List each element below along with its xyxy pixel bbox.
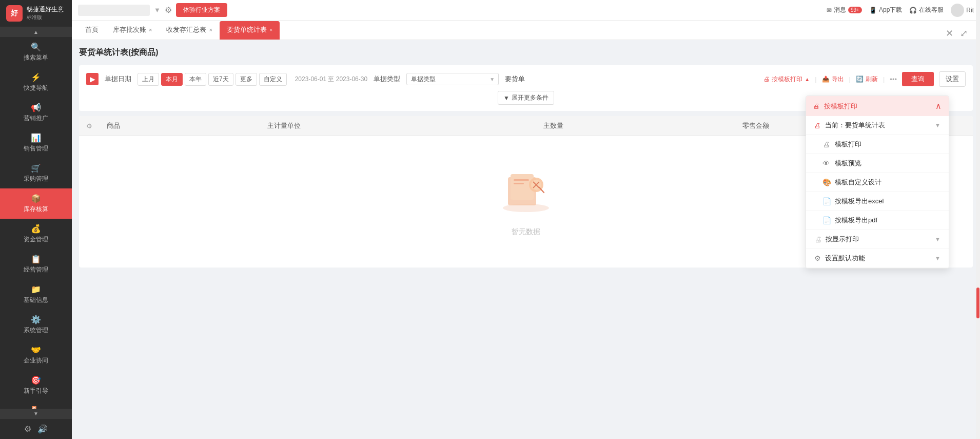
print-btn[interactable]: 🖨 按模板打印 ▲ xyxy=(763,75,810,84)
dropdown-item-template-preview[interactable]: 👁 模板预览 xyxy=(806,154,949,173)
sidebar-item-app-center[interactable]: 🏪 应用中心 xyxy=(0,400,72,409)
settings-bottom-icon[interactable]: ⚙ xyxy=(24,424,31,434)
right-scrollbar[interactable] xyxy=(976,0,980,439)
user-area[interactable]: Rit xyxy=(951,4,974,17)
sidebar-item-system-label: 系统管理 xyxy=(24,326,48,335)
dropdown-item-display-print[interactable]: 🖨 按显示打印 ▼ xyxy=(806,230,949,249)
tab-batch-account-label: 库存批次账 xyxy=(113,25,146,34)
tab-order-stats-close[interactable]: × xyxy=(269,27,272,33)
app-name: 畅捷通好生意 xyxy=(27,6,64,14)
inventory-icon: 📦 xyxy=(31,194,41,203)
page-title: 要货单统计表(按商品) xyxy=(79,47,973,58)
app-download-btn[interactable]: 📱 App下载 xyxy=(869,6,902,14)
sidebar-item-operation[interactable]: 📋 经营管理 xyxy=(0,249,72,279)
sidebar-item-cooperation[interactable]: 🤝 企业协同 xyxy=(0,340,72,370)
sidebar-item-cooperation-label: 企业协同 xyxy=(24,356,48,365)
app-version: 标准版 xyxy=(27,14,64,21)
settings-btn[interactable]: 设置 xyxy=(939,71,966,87)
tab-batch-account-close[interactable]: × xyxy=(149,27,152,33)
sidebar-logo: 好 畅捷通好生意 标准版 xyxy=(0,0,72,27)
refresh-btn[interactable]: 🔄 刷新 xyxy=(856,75,878,84)
guide-icon: 🎯 xyxy=(31,375,41,385)
template-preview-label: 模板预览 xyxy=(835,159,861,168)
sidebar-item-sales[interactable]: 📊 销售管理 xyxy=(0,128,72,158)
expand-window-btn[interactable]: ⤢ xyxy=(957,27,970,40)
close-window-btn[interactable]: ✕ xyxy=(943,27,955,40)
sidebar-item-inventory[interactable]: 📦 库存核算 xyxy=(0,188,72,219)
topbar: ▼ ⚙ 体验行业方案 ✉ 消息 99+ 📱 App下载 🎧 在线客服 Rit xyxy=(72,0,980,21)
sidebar-item-inventory-label: 库存核算 xyxy=(24,205,48,214)
topbar-dropdown-icon[interactable]: ▼ xyxy=(154,6,161,14)
more-actions-icon[interactable]: ••• xyxy=(890,75,897,83)
print-arrow: ▲ xyxy=(805,77,810,82)
online-service-btn[interactable]: 🎧 在线客服 xyxy=(909,6,944,14)
date-buttons: 上月 本月 本年 近7天 更多 自定义 xyxy=(138,73,287,86)
filter-actions: 🖨 按模板打印 ▲ | 📤 导出 | 🔄 刷新 | ••• xyxy=(763,71,966,87)
sidebar-item-sales-label: 销售管理 xyxy=(24,144,48,153)
dropdown-current-item[interactable]: 🖨 当前：要货单统计表 ▼ xyxy=(806,116,949,135)
sidebar-item-basics[interactable]: 📁 基础信息 xyxy=(0,279,72,310)
main-area: ▼ ⚙ 体验行业方案 ✉ 消息 99+ 📱 App下载 🎧 在线客服 Rit xyxy=(72,0,980,439)
table-col-settings-icon[interactable]: ⚙ xyxy=(86,122,92,130)
quick-nav-icon: ⚡ xyxy=(31,72,41,82)
export-icon: 📤 xyxy=(822,75,830,83)
scroll-up-btn[interactable]: ▲ xyxy=(0,27,72,37)
message-badge: 99+ xyxy=(848,7,862,13)
display-print-icon: 🖨 xyxy=(814,235,821,243)
set-default-icon: ⚙ xyxy=(814,254,821,262)
print-label: 按模板打印 xyxy=(772,75,802,84)
message-btn[interactable]: ✉ 消息 99+ xyxy=(827,6,862,14)
date-btn-more[interactable]: 更多 xyxy=(236,73,257,86)
tab-order-stats[interactable]: 要货单统计表 × xyxy=(220,21,280,40)
user-avatar xyxy=(951,4,964,17)
dropdown-item-template-excel[interactable]: 📄 按模板导出excel xyxy=(806,192,949,211)
order-type-select[interactable]: 单据类型 xyxy=(406,73,499,85)
dropdown-current-label: 当前：要货单统计表 xyxy=(825,121,885,130)
tab-receipt-summary[interactable]: 收发存汇总表 × xyxy=(159,21,219,40)
tab-order-stats-label: 要货单统计表 xyxy=(227,25,267,34)
template-pdf-label: 按模板导出pdf xyxy=(835,216,877,225)
expand-more-btn[interactable]: ▼ 展开更多条件 xyxy=(498,91,554,105)
refresh-label: 刷新 xyxy=(866,75,878,84)
date-btn-custom[interactable]: 自定义 xyxy=(259,73,287,86)
dropdown-item-template-design[interactable]: 🎨 模板自定义设计 xyxy=(806,173,949,192)
template-excel-label: 按模板导出excel xyxy=(835,197,884,206)
date-btn-last-month[interactable]: 上月 xyxy=(138,73,159,86)
sidebar-item-purchase[interactable]: 🛒 采购管理 xyxy=(0,158,72,188)
expand-more-label: 展开更多条件 xyxy=(512,93,548,102)
topbar-settings-icon[interactable]: ⚙ xyxy=(165,5,172,15)
date-btn-this-month[interactable]: 本月 xyxy=(161,73,183,86)
query-btn[interactable]: 查询 xyxy=(902,72,934,86)
sidebar-item-system[interactable]: ⚙️ 系统管理 xyxy=(0,310,72,340)
export-btn[interactable]: 📤 导出 xyxy=(822,75,844,84)
dropdown-close-btn[interactable]: ∧ xyxy=(935,101,942,111)
tab-receipt-summary-close[interactable]: × xyxy=(209,27,212,33)
date-filter-label: 单据日期 xyxy=(105,74,131,84)
sidebar-item-guide[interactable]: 🎯 新手引导 xyxy=(0,370,72,400)
dropdown-item-template-pdf[interactable]: 📄 按模板导出pdf xyxy=(806,211,949,230)
col-unit: 主计量单位 xyxy=(260,116,536,136)
filter-expand-toggle[interactable]: ▶ xyxy=(86,73,99,85)
purchase-icon: 🛒 xyxy=(31,163,41,173)
scroll-down-btn[interactable]: ▼ xyxy=(0,409,72,418)
dropdown-title: 按模板打印 xyxy=(824,102,857,111)
trial-btn[interactable]: 体验行业方案 xyxy=(176,3,227,17)
sound-bottom-icon[interactable]: 🔊 xyxy=(37,424,48,434)
username: Rit xyxy=(966,7,974,14)
search-nav-icon: 🔍 xyxy=(31,42,41,52)
tab-home[interactable]: 首页 xyxy=(78,21,106,40)
tab-batch-account[interactable]: 库存批次账 × xyxy=(106,21,159,40)
dropdown-item-set-default[interactable]: ⚙ 设置默认功能 ▼ xyxy=(806,249,949,268)
dropdown-item-template-print[interactable]: 🖨 模板打印 xyxy=(806,135,949,154)
date-btn-this-year[interactable]: 本年 xyxy=(185,73,206,86)
sidebar-item-quick-nav[interactable]: ⚡ 快捷导航 xyxy=(0,67,72,98)
sidebar-item-search[interactable]: 🔍 搜索菜单 xyxy=(0,37,72,67)
col-quantity: 主数量 xyxy=(536,116,735,136)
sidebar-item-finance[interactable]: 💰 资金管理 xyxy=(0,219,72,249)
sidebar-item-marketing[interactable]: 📢 营销推广 xyxy=(0,98,72,128)
filter-row: ▶ 单据日期 上月 本月 本年 近7天 更多 自定义 2023-06-01 至 … xyxy=(86,71,966,87)
date-btn-7days[interactable]: 近7天 xyxy=(208,73,233,86)
marketing-icon: 📢 xyxy=(31,103,41,112)
basics-icon: 📁 xyxy=(31,284,41,294)
action-divider-3: | xyxy=(883,75,885,83)
